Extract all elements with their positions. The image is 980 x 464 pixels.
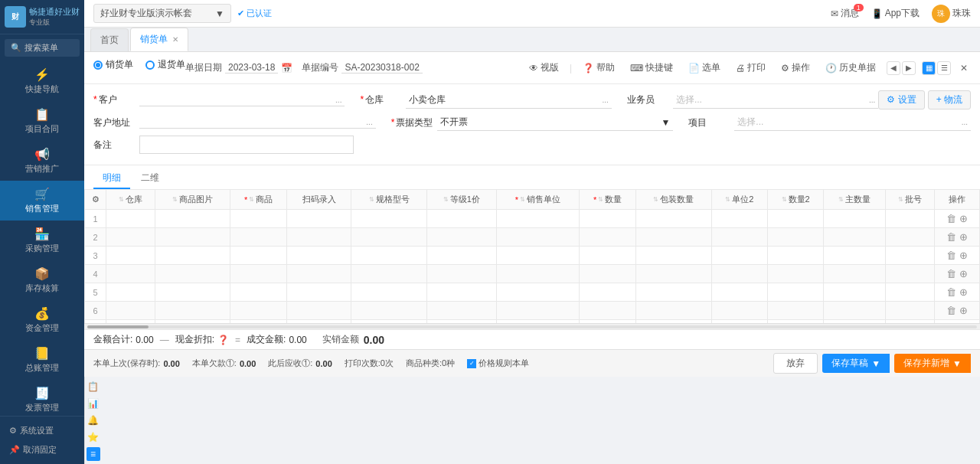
next-arrow[interactable]: ▶ <box>902 61 916 75</box>
project-dots[interactable]: ... <box>962 118 968 126</box>
company-selector[interactable]: 好业财专业版演示帐套 ▼ <box>93 4 231 23</box>
shortcut-action[interactable]: ⌨ 快捷键 <box>626 60 678 76</box>
form-settings-button[interactable]: ⚙ 设置 <box>878 90 924 109</box>
grid-view-icon[interactable]: ▦ <box>922 61 936 75</box>
discount-help-icon[interactable]: ❓ <box>217 335 229 345</box>
customer-dots[interactable]: ... <box>335 96 341 104</box>
form-add-button[interactable]: + 物流 <box>928 90 971 109</box>
save-draft-button[interactable]: 保存草稿 ▼ <box>822 354 890 373</box>
list-view-icon[interactable]: ☰ <box>937 61 951 75</box>
sort-icon7[interactable]: ⇅ <box>598 196 603 203</box>
sidebar-unpin[interactable]: 📌 取消固定 <box>5 440 80 459</box>
sort-icon4[interactable]: ⇅ <box>369 196 374 203</box>
abandon-button[interactable]: 放弃 <box>773 353 818 374</box>
help-action[interactable]: ❓ 帮助 <box>578 60 619 76</box>
delete-row-5[interactable]: 🗑 <box>946 286 956 298</box>
tab-sales-order[interactable]: 销货单 ✕ <box>130 28 188 51</box>
sidebar-item-finance[interactable]: 💰 资金管理 <box>0 300 84 340</box>
sort-icon11[interactable]: ⇅ <box>838 196 844 203</box>
col-settings[interactable]: ⚙ <box>85 190 106 210</box>
address-dots[interactable]: ... <box>366 118 372 126</box>
sidebar-item-marketing[interactable]: 📢 营销推广 <box>0 141 84 181</box>
sort-icon8[interactable]: ⇅ <box>653 196 658 203</box>
horizontal-scrollbar[interactable] <box>84 323 980 329</box>
sidebar-item-inventory[interactable]: 📦 库存核算 <box>0 260 84 300</box>
deal-label: 成交金额: <box>247 333 286 346</box>
sort-icon6[interactable]: ⇅ <box>520 196 525 203</box>
rp-icon-1[interactable]: 📋 <box>87 380 100 394</box>
warehouse-dots[interactable]: ... <box>603 96 609 104</box>
sidebar-item-label-ledger: 总账管理 <box>25 362 59 374</box>
app-download-button[interactable]: 📱 App下载 <box>871 7 920 20</box>
copy-row-3[interactable]: ⊕ <box>959 250 968 261</box>
history-action[interactable]: 🕐 历史单据 <box>821 60 880 76</box>
doc-no-value[interactable]: SA-20230318-002 <box>341 62 422 74</box>
tab-detail[interactable]: 明细 <box>93 168 130 189</box>
copy-row-5[interactable]: ⊕ <box>959 286 968 298</box>
view-action[interactable]: 👁 视版 <box>524 60 564 76</box>
sidebar-item-project[interactable]: 📋 项目合同 <box>0 101 84 141</box>
prev-arrow[interactable]: ◀ <box>887 61 900 75</box>
user-profile[interactable]: 珠 珠珠 <box>932 5 971 23</box>
calendar-icon[interactable]: 📅 <box>281 63 292 74</box>
copy-row-1[interactable]: ⊕ <box>959 213 968 224</box>
delete-row-6[interactable]: 🗑 <box>946 305 956 316</box>
rp-icon-4[interactable]: ⭐ <box>87 430 100 444</box>
amount-label: 金额合计: <box>93 333 132 346</box>
sidebar-settings[interactable]: ⚙ 系统设置 <box>5 421 80 440</box>
delete-row-4[interactable]: 🗑 <box>946 268 956 279</box>
select-action[interactable]: 📄 选单 <box>684 60 725 76</box>
settings-col-icon[interactable]: ⚙ <box>92 194 100 204</box>
delete-row-2[interactable]: 🗑 <box>946 231 956 243</box>
salesperson-label: 业务员 <box>627 93 673 106</box>
sort-icon12[interactable]: ⇅ <box>898 196 903 203</box>
sales-order-radio[interactable]: 销货单 <box>93 58 133 71</box>
rp-icon-3[interactable]: 🔔 <box>87 413 100 427</box>
sidebar-item-purchase[interactable]: 🏪 采购管理 <box>0 221 84 260</box>
print-action[interactable]: 🖨 打印 <box>731 60 770 76</box>
search-menu-button[interactable]: 🔍 搜索菜单 <box>5 39 80 57</box>
verified-badge: ✔ 已认证 <box>237 8 272 19</box>
receivable-label: 此后应收①: <box>268 358 312 369</box>
tab-close-icon[interactable]: ✕ <box>172 35 178 44</box>
sidebar-item-invoice[interactable]: 🧾 发票管理 <box>0 380 84 416</box>
rp-icon-2[interactable]: 📊 <box>87 397 100 410</box>
invoice-label: 票据类型 <box>391 116 437 129</box>
tab-2d[interactable]: 二维 <box>132 168 168 189</box>
invoice-dropdown-icon[interactable]: ▼ <box>661 117 670 128</box>
sidebar-item-ledger[interactable]: 📒 总账管理 <box>0 340 84 380</box>
prev-order-value: 0.00 <box>163 359 179 368</box>
form-close-button[interactable]: ✕ <box>957 61 971 75</box>
project-input[interactable]: 选择... ... <box>734 114 971 131</box>
sort-icon5[interactable]: ⇅ <box>443 196 449 203</box>
price-check-checkbox[interactable]: ✓ <box>467 359 476 368</box>
save-new-button[interactable]: 保存并新增 ▼ <box>894 354 971 373</box>
delete-row-1[interactable]: 🗑 <box>946 213 956 224</box>
sort-icon9[interactable]: ⇅ <box>725 196 730 203</box>
sidebar-search-area: 🔍 搜索菜单 <box>0 34 84 61</box>
operations-action[interactable]: ⚙ 操作 <box>776 60 815 76</box>
customer-input[interactable]: ... <box>139 94 345 106</box>
return-order-radio[interactable]: 退货单 <box>145 58 185 71</box>
salesperson-dots[interactable]: ... <box>869 96 875 104</box>
sidebar-item-quick-nav[interactable]: ⚡ 快捷导航 <box>0 61 84 101</box>
sort-icon[interactable]: ⇅ <box>119 196 124 203</box>
address-input[interactable]: ... <box>139 116 376 129</box>
doc-date-value[interactable]: 2023-03-18 <box>225 62 278 74</box>
sidebar-item-sales[interactable]: 🛒 销售管理 <box>0 181 84 221</box>
copy-row-6[interactable]: ⊕ <box>959 305 968 316</box>
delete-row-3[interactable]: 🗑 <box>946 250 956 261</box>
salesperson-input[interactable]: 选择... ... <box>673 92 878 109</box>
messages-button[interactable]: ✉ 消息 1 <box>831 7 859 20</box>
scrollbar-thumb[interactable] <box>87 325 149 328</box>
rp-icon-5[interactable]: ≡ <box>87 447 100 461</box>
sort-icon2[interactable]: ⇅ <box>172 196 178 203</box>
copy-row-4[interactable]: ⊕ <box>959 268 968 279</box>
sort-icon10[interactable]: ⇅ <box>782 196 787 203</box>
copy-row-2[interactable]: ⊕ <box>959 231 968 243</box>
tab-home[interactable]: 首页 <box>90 28 129 51</box>
remark-input[interactable] <box>139 136 354 154</box>
invoice-select[interactable]: 不开票 ▼ <box>437 114 674 131</box>
sort-icon3[interactable]: ⇅ <box>249 196 254 203</box>
warehouse-input[interactable]: 小卖仓库 ... <box>406 92 611 109</box>
